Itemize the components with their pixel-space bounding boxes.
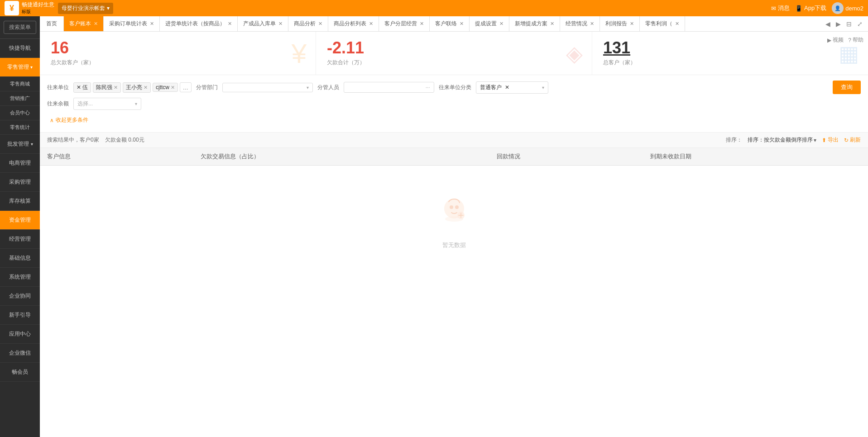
remove-icon[interactable]: ✕ [505, 84, 509, 90]
sidebar-item-retail-mall[interactable]: 零售商城 [0, 77, 40, 91]
video-button[interactable]: ▶ 视频 [827, 36, 844, 44]
tab-customer-account[interactable]: 客户账本 ✕ [64, 16, 104, 31]
sidebar-item-purchase-management[interactable]: 采购管理 [0, 173, 40, 192]
dept-filter-select[interactable]: ▾ [222, 83, 313, 92]
collapse-row: ∧ 收起更多条件 [47, 114, 861, 127]
tab-retail-profit[interactable]: 零售利润（ ✕ [640, 16, 685, 31]
stats-bar: 16 总欠款客户（家） ¥ -2.11 欠款合计（万） ◈ 131 总客户（家）… [40, 32, 868, 75]
export-icon: ⬆ [822, 137, 826, 143]
sort-select[interactable]: 排序：按欠款金额倒序排序 ▾ [748, 136, 816, 144]
tab-close-icon[interactable]: ✕ [150, 21, 154, 27]
results-bar: 搜索结果中，客户0家 欠款金额 0.00元 排序： 排序：按欠款金额倒序排序 ▾… [40, 133, 868, 148]
chevron-icon: ▾ [30, 65, 33, 70]
tab-purchase-stats-by-product[interactable]: 进货单统计表（按商品） ✕ [160, 16, 238, 31]
chevron-down-icon: ▾ [814, 137, 816, 143]
table-header-row: 客户信息 欠款交易信息（占比） 回款情况 到期未收款日期 [40, 148, 868, 166]
tab-purchase-order-stats[interactable]: 采购订单统计表 ✕ [104, 16, 160, 31]
refresh-button[interactable]: ↻ 刷新 [844, 136, 861, 144]
app-download-button[interactable]: 📱 App下载 [795, 4, 826, 12]
search-menu-button[interactable]: 搜索菜单 [4, 21, 36, 34]
content-area: 首页 客户账本 ✕ 采购订单统计表 ✕ 进货单统计表（按商品） ✕ 产成品入库单… [40, 16, 868, 437]
stat-card-overdue-customers: 16 总欠款客户（家） ¥ [40, 32, 316, 75]
message-button[interactable]: ✉ 消息 [771, 4, 790, 12]
user-profile[interactable]: 👤 demo2 [832, 2, 863, 14]
tab-close-icon[interactable]: ✕ [94, 21, 98, 27]
sidebar-search-area: 搜索菜单 [0, 16, 40, 39]
sidebar-item-retail-management[interactable]: 零售管理 ▾ [0, 58, 40, 77]
sidebar-item-app-center[interactable]: 应用中心 [0, 325, 40, 344]
unit-tag-chen[interactable]: 陈民强 ✕ [93, 82, 121, 93]
sidebar-item-pro-member[interactable]: 畅会员 [0, 363, 40, 382]
tab-close-icon[interactable]: ✕ [420, 21, 424, 27]
tab-profit-report[interactable]: 利润报告 ✕ [600, 16, 640, 31]
col-customer-info: 客户信息 [40, 148, 193, 166]
sidebar-item-enterprise-cooperation[interactable]: 企业协同 [0, 287, 40, 306]
tab-maximize-button[interactable]: ⤢ [855, 19, 864, 28]
tab-home[interactable]: 首页 [40, 16, 64, 31]
unit-tag-wang[interactable]: 王小亮 ✕ [123, 82, 151, 93]
message-icon: ✉ [771, 5, 776, 12]
overdue-customers-number: 16 [51, 40, 69, 56]
page-content: 16 总欠款客户（家） ¥ -2.11 欠款合计（万） ◈ 131 总客户（家）… [40, 32, 868, 437]
tab-close-icon[interactable]: ✕ [675, 21, 679, 27]
sidebar-item-member-center[interactable]: 会员中心 [0, 106, 40, 120]
tab-close-icon[interactable]: ✕ [460, 21, 464, 27]
tab-promote-settings[interactable]: 提成设置 ✕ [470, 16, 509, 31]
tab-product-analysis-list[interactable]: 商品分析列表 ✕ [328, 16, 379, 31]
sidebar-item-finance-management[interactable]: 资金管理 [0, 211, 40, 230]
sidebar-item-operations-management[interactable]: 经营管理 [0, 230, 40, 249]
tab-menu-button[interactable]: ⊟ [844, 19, 854, 28]
export-button[interactable]: ⬆ 导出 [822, 136, 839, 144]
tab-customer-segmentation[interactable]: 客户分层经营 ✕ [379, 16, 430, 31]
filter-row-unit: 往来单位 ✕ 伍 陈民强 ✕ 王小亮 [47, 81, 861, 94]
top-bar-right: ✉ 消息 📱 App下载 👤 demo2 [771, 2, 863, 14]
sidebar-item-ecommerce-management[interactable]: 电商管理 [0, 154, 40, 173]
tab-next-button[interactable]: ▶ [834, 19, 843, 28]
help-button[interactable]: ? 帮助 [848, 36, 863, 44]
tab-close-icon[interactable]: ✕ [318, 21, 322, 27]
chevron-icon: ▾ [31, 142, 33, 147]
tab-product-in-stock[interactable]: 产成品入库单 ✕ [238, 16, 288, 31]
results-actions: 排序： 排序：按欠款金额倒序排序 ▾ ⬆ 导出 ↻ 刷新 [726, 136, 861, 144]
tab-customer-contact[interactable]: 客户联络 ✕ [430, 16, 470, 31]
sidebar-item-system-management[interactable]: 系统管理 [0, 268, 40, 287]
remove-icon[interactable]: ✕ [114, 85, 118, 90]
tab-prev-button[interactable]: ◀ [824, 19, 832, 28]
search-results-info: 搜索结果中，客户0家 欠款金额 0.00元 [47, 136, 144, 144]
tab-close-icon[interactable]: ✕ [499, 21, 504, 27]
query-button[interactable]: 查询 [833, 81, 861, 94]
sidebar-item-marketing-promo[interactable]: 营销推广 [0, 91, 40, 106]
download-icon: 📱 [795, 5, 802, 12]
sidebar-item-basic-info[interactable]: 基础信息 [0, 249, 40, 268]
tab-close-icon[interactable]: ✕ [278, 21, 283, 27]
customers-bg-icon: ¥ [292, 38, 307, 69]
sidebar-item-retail-stats[interactable]: 零售统计 [0, 120, 40, 135]
sidebar-item-quick-nav[interactable]: 快捷导航 [0, 39, 40, 58]
remove-icon[interactable]: ✕ [171, 85, 175, 90]
sidebar-item-new-user-guide[interactable]: 新手引导 [0, 306, 40, 325]
person-filter-label: 分管人员 [317, 84, 339, 91]
sidebar-item-inventory-check[interactable]: 库存核算 [0, 192, 40, 211]
workspace-selector[interactable]: 母婴行业演示帐套 ▾ [58, 3, 113, 14]
tab-close-icon[interactable]: ✕ [369, 21, 373, 27]
unit-filter-label: 往来单位 [47, 84, 69, 91]
remove-icon[interactable]: ✕ [144, 85, 148, 90]
tab-new-promote-plan[interactable]: 新增提成方案 ✕ [509, 16, 560, 31]
dots-icon[interactable]: ··· [426, 84, 430, 90]
sidebar-item-enterprise-wechat[interactable]: 企业微信 [0, 344, 40, 363]
remain-filter-select[interactable]: 选择... ▾ [73, 98, 141, 110]
tab-close-icon[interactable]: ✕ [630, 21, 634, 27]
tab-close-icon[interactable]: ✕ [550, 21, 554, 27]
sidebar-item-wholesale-management[interactable]: 批发管理 ▾ [0, 135, 40, 154]
tab-close-icon[interactable]: ✕ [228, 21, 232, 27]
tab-close-icon[interactable]: ✕ [590, 21, 594, 27]
unit-tag-wu[interactable]: ✕ 伍 [73, 82, 91, 93]
tab-product-analysis[interactable]: 商品分析 ✕ [288, 16, 328, 31]
video-help-area: ▶ 视频 ? 帮助 [827, 36, 863, 44]
collapse-button[interactable]: ∧ 收起更多条件 [47, 114, 861, 127]
unit-more-button[interactable]: ... [180, 82, 192, 92]
tab-operations[interactable]: 经营情况 ✕ [560, 16, 600, 31]
person-filter-select[interactable]: ··· [344, 82, 434, 93]
category-filter-select[interactable]: 普通客户 ✕ ▾ [476, 81, 548, 94]
unit-tag-cjttcw[interactable]: cjttcw ✕ [153, 83, 178, 92]
